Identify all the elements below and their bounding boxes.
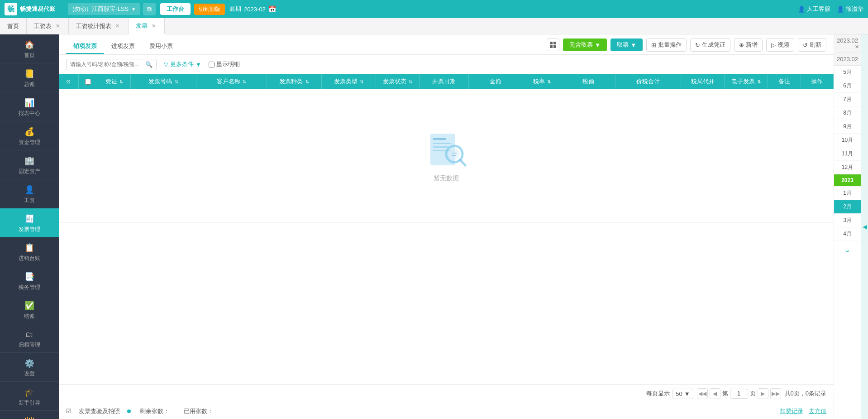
th-invoice-type[interactable]: 发票种类 ⇅ (267, 74, 321, 89)
date-item-5[interactable]: 5月 (834, 66, 861, 79)
company-name: (勿动）江西股宝-LSS (72, 5, 129, 13)
tab-invoice[interactable]: 发票 ✕ (129, 18, 165, 34)
th-status[interactable]: 发票状态 ⇅ (376, 74, 419, 89)
sub-tab-expense-receipt[interactable]: 费用小票 (142, 39, 180, 54)
th-tax-rate[interactable]: 税率 ⇅ (523, 74, 561, 89)
period-calendar-icon[interactable]: 📅 (268, 5, 276, 13)
sidebar-item-tax[interactable]: 📑 税务管理 (0, 266, 59, 295)
current-page-input[interactable] (730, 389, 748, 399)
th-check[interactable] (78, 74, 98, 89)
date-item-9[interactable]: 9月 (834, 120, 861, 134)
no-tax-btn-label: 无含取票 (569, 41, 593, 49)
th-customer[interactable]: 客户名称 ⇅ (196, 74, 267, 89)
date-item-3[interactable]: 3月 (834, 214, 861, 227)
date-panel-wrapper: 2023.02 ✕ 2023.02 5月 6月 7月 8月 9月 10月 11月… (834, 34, 868, 419)
sidebar-item-sales[interactable]: 📋 进销台账 (0, 237, 59, 266)
new-btn[interactable]: ⊕ 新增 (734, 38, 763, 52)
deduction-record-link[interactable]: 扣费记录 (780, 407, 803, 415)
show-detail-check-input[interactable] (209, 62, 215, 67)
video-icon: ▷ (771, 42, 776, 48)
customer-service-item[interactable]: 👤 人工客服 (798, 5, 830, 13)
tab-payroll-close[interactable]: ✕ (54, 23, 61, 29)
gen-cert-btn[interactable]: ↻ 生成凭证 (690, 38, 730, 52)
th-e-invoice[interactable]: 电子发票 ⇅ (725, 74, 768, 89)
svg-rect-3 (553, 45, 556, 48)
date-panel-header1[interactable]: 2023.02 ✕ (834, 34, 861, 53)
date-item-8[interactable]: 8月 (834, 106, 861, 120)
tab-payroll-stats-label: 工资统计报表 (76, 22, 111, 30)
date-item-year-2023[interactable]: 2023 (834, 174, 861, 187)
date-item-10[interactable]: 10月 (834, 134, 861, 147)
switch-version-button[interactable]: 切到旧版 (194, 4, 225, 15)
th-invoice-no[interactable]: 发票号码 ⇅ (131, 74, 196, 89)
user-avatar-item[interactable]: 👤 徐溢华 (837, 5, 863, 13)
sidebar-item-close[interactable]: ✅ 结账 (0, 295, 59, 324)
search-box[interactable]: 🔍 (66, 59, 157, 70)
date-item-12[interactable]: 12月 (834, 161, 861, 174)
video-btn[interactable]: ▷ 视频 (766, 38, 794, 52)
sidebar-item-finance[interactable]: 💰 资金管理 (0, 121, 59, 150)
sub-tab-purchase-invoice[interactable]: 进项发票 (104, 39, 142, 54)
tax-icon: 📑 (24, 272, 34, 282)
table-container: ⊙ 凭证 ⇅ 发票号码 ⇅ (59, 74, 834, 384)
svg-rect-6 (433, 143, 451, 144)
tab-payroll-stats[interactable]: 工资统计报表 ✕ (69, 18, 129, 34)
footer-remaining-label: 剩余张数： (140, 407, 169, 415)
date-item-4[interactable]: 4月 (834, 227, 861, 241)
date-item-1[interactable]: 1月 (834, 187, 861, 200)
sidebar-item-reports[interactable]: 📊 报表中心 (0, 92, 59, 121)
search-icon[interactable]: 🔍 (145, 61, 153, 68)
tab-home[interactable]: 首页 (0, 18, 27, 34)
sidebar-item-ledger[interactable]: 📒 总账 (0, 63, 59, 92)
next-page-btn[interactable]: ▶ (758, 388, 768, 399)
sub-tab-sales-invoice[interactable]: 销项发票 (66, 39, 104, 54)
date-item-6[interactable]: 6月 (834, 79, 861, 93)
tab-payroll-stats-close[interactable]: ✕ (114, 23, 121, 29)
date-panel-expand-btn[interactable]: ◀ (861, 34, 868, 419)
grid-settings-btn[interactable] (547, 39, 559, 51)
member-icon: 👑 (24, 416, 34, 419)
page-size-select[interactable]: 50 ▼ (672, 389, 693, 399)
sidebar-item-member[interactable]: 👑 畅会员 (0, 411, 59, 419)
filter-dropdown-icon: ▼ (196, 61, 201, 68)
sidebar-item-salary[interactable]: 👤 工资 (0, 179, 59, 208)
select-all-checkbox[interactable] (85, 79, 91, 85)
tab-payroll[interactable]: 工资表 ✕ (27, 18, 69, 34)
sidebar-item-invoice[interactable]: 🧾 发票管理 (0, 208, 59, 237)
sidebar-item-settings[interactable]: ⚙️ 设置 (0, 353, 59, 382)
last-page-btn[interactable]: ▶▶ (770, 388, 781, 399)
date-item-7[interactable]: 7月 (834, 93, 861, 106)
sidebar-item-assets[interactable]: 🏢 固定资产 (0, 150, 59, 179)
copy-button[interactable]: ⧉ (143, 3, 156, 15)
footer-status-dot (127, 409, 131, 413)
sub-tab-sales-invoice-label: 销项发票 (73, 43, 97, 49)
video-label: 视频 (777, 41, 789, 49)
tab-invoice-close[interactable]: ✕ (150, 23, 157, 29)
th-invoice-category[interactable]: 发票类型 ⇅ (321, 74, 376, 89)
date-item-2[interactable]: 2月 (834, 200, 861, 214)
sidebar-label-reports: 报表中心 (19, 110, 40, 117)
sidebar-item-guide[interactable]: 🎓 新手引导 (0, 382, 59, 411)
th-cert[interactable]: 凭证 ⇅ (98, 74, 131, 89)
batch-op-btn[interactable]: ⊞ 批量操作 (646, 38, 687, 52)
sidebar-item-archive[interactable]: 🗂 归档管理 (0, 324, 59, 353)
recharge-link[interactable]: 去充值 (809, 407, 826, 415)
refresh-btn[interactable]: ↺ 刷新 (798, 38, 826, 52)
search-input[interactable] (70, 61, 143, 67)
top-right-area: 👤 人工客服 👤 徐溢华 (798, 5, 863, 13)
first-page-btn[interactable]: ◀◀ (697, 388, 708, 399)
ledger-icon: 📒 (24, 69, 34, 79)
date-panel-header2[interactable]: 2023.02 (834, 53, 861, 66)
workspace-button[interactable]: 工作台 (160, 3, 191, 15)
scroll-down-icon[interactable]: ⌄ (834, 241, 861, 258)
prev-page-btn[interactable]: ◀ (710, 388, 720, 399)
guide-icon: 🎓 (24, 387, 34, 397)
company-selector[interactable]: (勿动）江西股宝-LSS ▼ (68, 3, 140, 15)
svg-line-11 (460, 160, 465, 165)
sidebar-item-home[interactable]: 🏠 首页 (0, 34, 59, 63)
more-conditions-btn[interactable]: ▽ 更多条件 ▼ (160, 58, 205, 70)
no-tax-btn[interactable]: 无含取票 ▼ (563, 39, 607, 51)
show-detail-checkbox[interactable]: 显示明细 (209, 60, 240, 68)
date-item-11[interactable]: 11月 (834, 147, 861, 161)
take-ticket-btn[interactable]: 取票 ▼ (610, 39, 643, 51)
